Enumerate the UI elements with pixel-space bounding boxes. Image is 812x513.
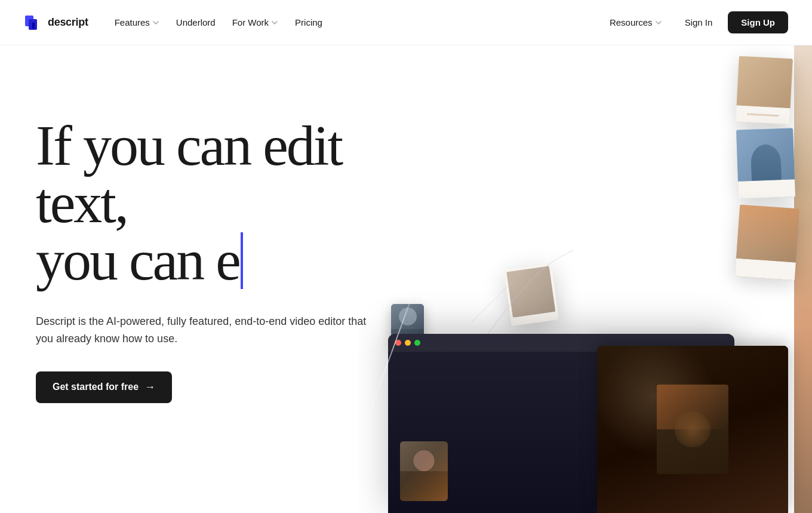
hero-visual [358, 45, 812, 513]
nav-link-features[interactable]: Features [107, 13, 167, 32]
screen-2-face [597, 346, 788, 513]
nav-links: Features Underlord For Work Pricing [107, 13, 330, 32]
arrow-icon: → [144, 381, 155, 394]
photo-strip-right [794, 45, 812, 513]
logo[interactable]: descript [24, 13, 88, 32]
sign-in-button[interactable]: Sign In [674, 11, 724, 33]
svg-rect-2 [32, 23, 35, 29]
nav-link-pricing[interactable]: Pricing [288, 13, 330, 32]
photo-card-3 [735, 205, 799, 281]
nav-link-resources[interactable]: Resources [602, 13, 669, 32]
hero-subtext: Descript is the AI-powered, fully featur… [36, 313, 382, 348]
headline-line2: you can e [36, 232, 418, 289]
cta-button[interactable]: Get started for free → [36, 371, 172, 403]
headline-line1: If you can edit text, [36, 113, 342, 235]
floating-cards [358, 45, 812, 513]
nav-link-for-work[interactable]: For Work [225, 13, 285, 32]
sign-up-button[interactable]: Sign Up [728, 11, 788, 33]
nav-link-underlord[interactable]: Underlord [169, 13, 223, 32]
photo-card-2 [736, 128, 795, 198]
hero-content: If you can edit text, you can e Descript… [0, 45, 418, 403]
nav-left: descript Features Underlord For Work Pri… [24, 13, 330, 32]
navbar: descript Features Underlord For Work Pri… [0, 0, 812, 45]
screen-2-inner [597, 346, 788, 513]
secondary-screen [597, 346, 788, 513]
wire-decoration [466, 226, 585, 346]
hero-headline: If you can edit text, you can e [36, 117, 418, 289]
chevron-down-icon [271, 19, 278, 26]
chevron-down-icon [655, 19, 662, 26]
logo-text: descript [48, 16, 88, 29]
photo-card-1 [736, 56, 793, 125]
nav-right: Resources Sign In Sign Up [602, 11, 788, 33]
hero-section: If you can edit text, you can e Descript… [0, 0, 812, 513]
text-cursor [241, 232, 243, 289]
logo-icon [24, 13, 43, 32]
chevron-down-icon [152, 19, 159, 26]
screen-face [400, 441, 448, 501]
